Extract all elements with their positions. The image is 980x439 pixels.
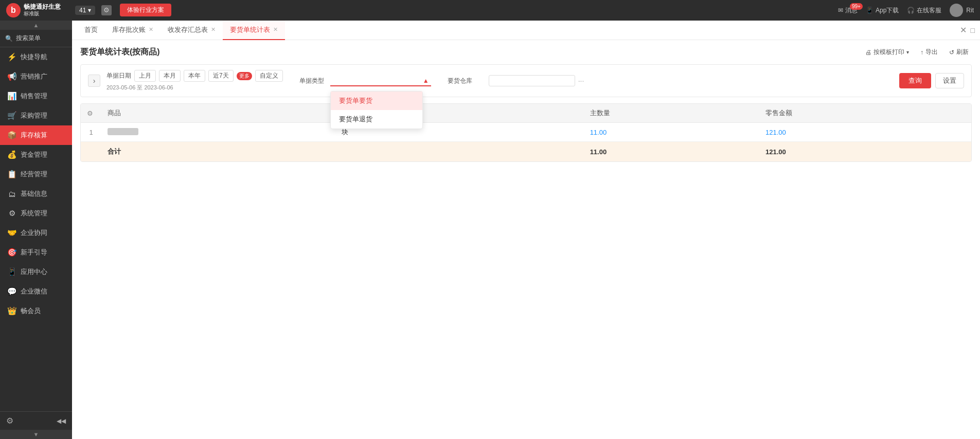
purchase-icon: 🛒 [7, 111, 16, 120]
btn-this-month[interactable]: 本月 [159, 70, 181, 82]
sidebar-item-quick-nav[interactable]: ⚡ 快捷导航 [0, 47, 72, 67]
tab-requisition-label: 要货单统计表 [230, 25, 270, 34]
sidebar-item-label: 经营管理 [21, 170, 47, 179]
sidebar-item-vip[interactable]: 👑 畅会员 [0, 301, 72, 321]
message-icon: ✉ [838, 7, 843, 14]
more-fields-icon[interactable]: ··· [578, 77, 584, 85]
sidebar-item-apps[interactable]: 📱 应用中心 [0, 262, 72, 282]
export-btn[interactable]: ↑ 导出 [917, 46, 941, 58]
expand-icon: › [93, 77, 96, 85]
marketing-icon: 📢 [7, 72, 16, 81]
tab-home[interactable]: 首页 [77, 21, 105, 40]
sidebar-collapse-btn[interactable]: ◀◀ [57, 417, 66, 425]
btn-last-month[interactable]: 上月 [134, 70, 156, 82]
header-right: ✉ 消息 99+ 📱 App下载 🎧 在线客服 Rit [838, 4, 974, 17]
sidebar-item-sales[interactable]: 📊 销售管理 [0, 86, 72, 106]
page-content: 要货单统计表(按商品) 🖨 按模板打印 ▾ ↑ 导出 ↺ [72, 40, 980, 439]
message-item[interactable]: ✉ 消息 99+ [838, 6, 858, 15]
sidebar-settings-btn[interactable]: ⚙ [6, 416, 13, 426]
sidebar-item-finance[interactable]: 💰 资金管理 [0, 145, 72, 164]
type-select-input[interactable] [330, 76, 431, 86]
headset-icon: 🎧 [907, 7, 915, 14]
sidebar-item-basic[interactable]: 🗂 基础信息 [0, 184, 72, 204]
sidebar-search[interactable]: 🔍 搜索菜单 [0, 30, 72, 47]
app-download-item[interactable]: 📱 App下载 [866, 6, 899, 15]
sidebar-scroll-up[interactable]: ▲ [0, 21, 72, 30]
warehouse-field: ··· [489, 75, 584, 86]
btn-custom[interactable]: 自定义 [255, 70, 283, 82]
enterprise-icon: 🤝 [7, 228, 16, 237]
sidebar-item-label: 采购管理 [21, 111, 47, 120]
tab-bar-actions: ✕ □ [960, 25, 975, 35]
table-body: 1 块 11.00 121.00 [81, 123, 971, 142]
row-amount[interactable]: 121.00 [759, 123, 971, 142]
tab-maximize-icon[interactable]: □ [971, 26, 975, 34]
dropdown-item-return[interactable]: 要货单退货 [331, 110, 422, 129]
user-area[interactable]: Rit [950, 4, 974, 17]
sidebar-item-operations[interactable]: 📋 经营管理 [0, 164, 72, 184]
type-label: 单据类型 [299, 77, 324, 85]
sidebar-item-guide[interactable]: 🎯 新手引导 [0, 243, 72, 262]
data-table: ⚙ 商品 主计量单位 主数量 零售金额 1 [81, 104, 971, 161]
type-select-wrapper: ▲ 要货单要货 要货单退货 [330, 76, 431, 86]
product-blurred [108, 128, 138, 135]
tab-batch-label: 库存批次账 [112, 25, 146, 34]
settings-button[interactable]: 设置 [935, 73, 964, 88]
export-icon: ↑ [920, 49, 923, 56]
store-selector[interactable]: 41 ▾ [75, 6, 95, 15]
col-quantity: 主数量 [584, 104, 759, 123]
sidebar-item-wechat[interactable]: 💬 企业微信 [0, 282, 72, 301]
main-layout: ▲ 🔍 搜索菜单 ⚡ 快捷导航 📢 营销推广 📊 销售管理 🛒 采购管理 📦 库… [0, 21, 980, 439]
sidebar-scroll-down[interactable]: ▼ [0, 430, 72, 439]
footer-quantity: 11.00 [584, 142, 759, 162]
tab-requisition[interactable]: 要货单统计表 ✕ [223, 21, 285, 40]
vip-icon: 👑 [7, 306, 16, 316]
tab-requisition-close[interactable]: ✕ [273, 26, 278, 33]
sidebar-item-inventory[interactable]: 📦 库存核算 [0, 125, 72, 145]
sidebar-item-system[interactable]: ⚙ 系统管理 [0, 204, 72, 223]
page-title-bar: 要货单统计表(按商品) 🖨 按模板打印 ▾ ↑ 导出 ↺ [80, 46, 972, 58]
filter-expand-btn[interactable]: › [88, 75, 100, 87]
tab-collection-close[interactable]: ✕ [211, 26, 216, 33]
sidebar-item-label: 企业微信 [21, 287, 47, 296]
print-template-btn[interactable]: 🖨 按模板打印 ▾ [862, 46, 912, 58]
tab-batch[interactable]: 库存批次账 ✕ [105, 21, 161, 40]
refresh-btn[interactable]: ↺ 刷新 [946, 46, 972, 58]
system-icon: ⚙ [7, 209, 16, 218]
settings-icon[interactable]: ⚙ [101, 5, 112, 15]
date-range-display: 2023-05-06 至 2023-06-06 [106, 84, 283, 92]
tab-batch-close[interactable]: ✕ [149, 26, 153, 33]
online-service-item[interactable]: 🎧 在线客服 [907, 6, 941, 15]
table-row: 1 块 11.00 121.00 [81, 123, 971, 142]
table-settings-icon[interactable]: ⚙ [81, 104, 101, 123]
date-more-badge[interactable]: 更多 [237, 72, 252, 80]
message-badge: 99+ [850, 3, 863, 10]
tab-close-all-icon[interactable]: ✕ [960, 25, 967, 35]
row-quantity[interactable]: 11.00 [584, 123, 759, 142]
basic-icon: 🗂 [7, 190, 16, 198]
row-product [101, 123, 335, 142]
logo-icon: b [6, 3, 21, 17]
table-footer-row: 合计 11.00 121.00 [81, 142, 971, 162]
tab-collection[interactable]: 收发存汇总表 ✕ [161, 21, 223, 40]
trial-button[interactable]: 体验行业方案 [120, 4, 171, 16]
dropdown-item-order[interactable]: 要货单要货 [331, 92, 422, 110]
sidebar-item-enterprise[interactable]: 🤝 企业协同 [0, 223, 72, 243]
query-button[interactable]: 查询 [899, 73, 931, 88]
user-name: Rit [966, 7, 974, 14]
chevron-up-icon[interactable]: ▲ [423, 77, 429, 84]
type-dropdown-menu: 要货单要货 要货单退货 [330, 91, 423, 129]
operations-icon: 📋 [7, 170, 16, 179]
sidebar-item-purchase[interactable]: 🛒 采购管理 [0, 106, 72, 125]
sidebar-item-label: 库存核算 [21, 131, 47, 140]
sidebar-item-marketing[interactable]: 📢 营销推广 [0, 67, 72, 86]
sidebar-search-label: 搜索菜单 [16, 34, 41, 43]
phone-icon: 📱 [866, 7, 874, 14]
logo-area: b 畅捷通好生意 标准版 [6, 3, 61, 17]
avatar [950, 4, 963, 17]
btn-this-year[interactable]: 本年 [184, 70, 205, 82]
sales-icon: 📊 [7, 92, 16, 101]
btn-last-7-days[interactable]: 近7天 [208, 70, 234, 82]
warehouse-input[interactable] [489, 75, 575, 86]
refresh-label: 刷新 [956, 48, 969, 57]
